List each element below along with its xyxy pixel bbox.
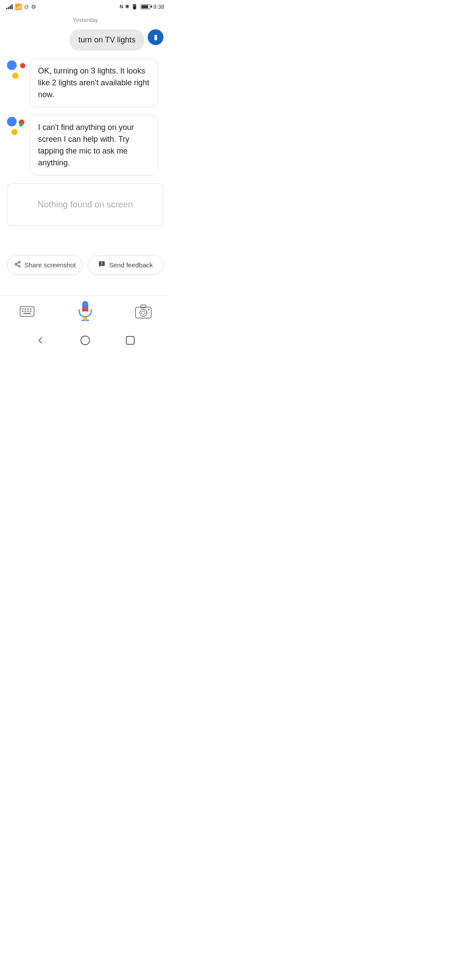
svg-line-3 — [16, 265, 18, 266]
nfc-icon: N — [120, 4, 123, 9]
dot2-yellow — [11, 129, 17, 135]
camera-button[interactable] — [134, 302, 153, 321]
keyboard-button[interactable] — [17, 302, 37, 321]
chat-area: Yesterday turn on TV lights ▮ OK, turnin… — [0, 12, 170, 281]
assistant-bubble-1: OK, turning on 3 lights. It looks like 2… — [30, 59, 158, 107]
date-separator: Yesterday — [7, 17, 163, 23]
dot2-green — [19, 123, 23, 126]
send-feedback-button[interactable]: Send feedback — [88, 255, 163, 275]
dot-red-1 — [20, 63, 25, 68]
back-icon — [35, 335, 45, 346]
bluetooth-icon: ✱ — [125, 4, 129, 10]
recents-button[interactable] — [120, 332, 141, 348]
svg-rect-13 — [30, 311, 31, 312]
keyboard-icon — [20, 306, 35, 317]
send-feedback-label: Send feedback — [109, 261, 153, 269]
assistant-message-row-1: OK, turning on 3 lights. It looks like 2… — [7, 59, 163, 107]
dot-blue-1 — [7, 60, 17, 70]
status-left: 📶 @ ⚙ — [6, 4, 36, 10]
signal-icon — [6, 4, 13, 9]
svg-rect-18 — [82, 309, 88, 312]
svg-rect-14 — [23, 313, 31, 314]
back-button[interactable] — [30, 332, 51, 348]
mic-button[interactable] — [76, 302, 95, 321]
user-message-row: turn on TV lights ▮ — [7, 29, 163, 51]
svg-rect-6 — [22, 308, 24, 310]
svg-point-24 — [142, 311, 145, 315]
user-avatar: ▮ — [148, 29, 163, 45]
svg-point-23 — [140, 309, 147, 316]
assistant-bubble-2: I can't find anything on your screen I c… — [30, 115, 158, 175]
home-button[interactable] — [75, 332, 96, 348]
svg-rect-8 — [27, 308, 29, 310]
wifi-icon: 📶 — [15, 4, 22, 10]
settings-icon: ⚙ — [31, 4, 36, 10]
share-screenshot-button[interactable]: Share screenshot — [7, 255, 83, 275]
svg-rect-7 — [24, 308, 26, 310]
nothing-found-text: Nothing found on screen — [38, 200, 133, 209]
at-icon: @ — [24, 4, 29, 9]
user-bubble: turn on TV lights — [69, 29, 144, 51]
battery-icon — [141, 4, 150, 9]
svg-rect-12 — [27, 311, 29, 312]
nav-bar — [0, 327, 170, 355]
svg-rect-11 — [24, 311, 26, 312]
share-screenshot-label: Share screenshot — [24, 261, 76, 269]
camera-icon — [135, 304, 152, 319]
vibrate-icon: 📳 — [132, 4, 138, 10]
svg-point-26 — [148, 309, 149, 311]
status-bar: 📶 @ ⚙ N ✱ 📳 9:38 — [0, 0, 170, 12]
dot2-blue — [7, 117, 17, 126]
svg-rect-10 — [22, 311, 24, 312]
recents-icon — [125, 336, 135, 345]
time-display: 9:38 — [153, 4, 164, 10]
svg-point-21 — [83, 317, 87, 320]
feedback-icon — [98, 261, 105, 269]
chat-messages: Yesterday turn on TV lights ▮ OK, turnin… — [0, 12, 170, 252]
svg-point-27 — [81, 336, 90, 345]
svg-line-4 — [16, 262, 18, 264]
svg-rect-28 — [126, 336, 134, 344]
status-right: N ✱ 📳 9:38 — [120, 4, 164, 10]
dot-yellow-1 — [12, 73, 18, 79]
assistant-logo-1 — [7, 60, 25, 79]
assistant-message-row-2: I can't find anything on your screen I c… — [7, 115, 163, 175]
assistant-logo-2 — [7, 117, 25, 135]
nothing-found-card: Nothing found on screen — [7, 183, 163, 226]
share-icon — [14, 261, 21, 269]
spacer — [0, 281, 170, 295]
home-icon — [80, 335, 90, 346]
action-buttons-row: Share screenshot Send feedback — [0, 252, 170, 281]
mic-icon — [76, 300, 95, 323]
bottom-toolbar — [0, 295, 170, 327]
user-avatar-icon: ▮ — [154, 34, 158, 41]
svg-rect-9 — [30, 308, 31, 310]
